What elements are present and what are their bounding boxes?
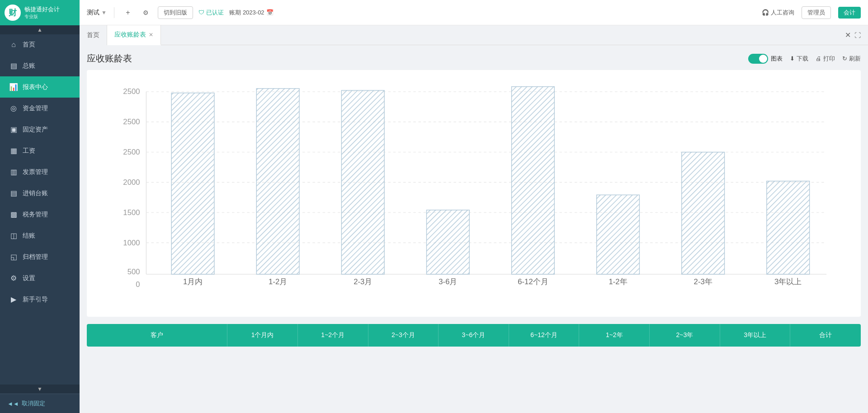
tabs-bar: 首页 应收账龄表 ✕ ✕ ⛶: [80, 25, 868, 45]
th-2-3month: 2~3个月: [368, 324, 439, 347]
cancel-fixed-btn[interactable]: ◄◄ 取消固定: [7, 399, 72, 408]
bar-6-12月: [512, 87, 555, 274]
sidebar-item-invoice[interactable]: ▥ 发票管理: [0, 161, 80, 183]
download-button[interactable]: ⬇ 下载: [790, 55, 808, 63]
sidebar-item-settle[interactable]: ◫ 结账: [0, 225, 80, 246]
sidebar-item-salary[interactable]: ▦ 工资: [0, 140, 80, 161]
cancel-fixed-label: 取消固定: [22, 399, 45, 408]
tab-aging[interactable]: 应收账龄表 ✕: [107, 25, 161, 45]
user-button[interactable]: 管理员: [802, 6, 831, 19]
sidebar-item-label-salary: 工资: [23, 147, 35, 155]
logo-icon: 财: [5, 5, 21, 21]
th-3-6month: 3~6个月: [439, 324, 509, 347]
company-name: 测试: [87, 9, 99, 17]
chart-toggle-container: 图表: [748, 54, 783, 64]
close-window-icon[interactable]: ✕: [845, 31, 851, 39]
svg-text:2000: 2000: [123, 178, 140, 187]
tab-home[interactable]: 首页: [80, 25, 107, 45]
sidebar-item-label-inventory: 进销台账: [23, 189, 48, 197]
period-label: 账期: [229, 9, 241, 17]
main-area: 测试 ▼ + ⚙ 切到旧版 🛡 已认证 账期 2023-02 📅 🎧 人工咨询 …: [80, 0, 868, 413]
app-name: 畅捷通好会计: [24, 6, 60, 14]
chart-toggle[interactable]: [748, 54, 768, 64]
topbar-right: 🎧 人工咨询 管理员 会计: [762, 6, 861, 19]
sidebar-item-label-archive: 归档管理: [23, 253, 48, 261]
sidebar-nav: ⌂ 首页 ▤ 总账 📊 报表中心 ◎ 资金管理 ▣ 固定资产 ▦ 工资 ▥ 发票…: [0, 34, 80, 385]
svg-text:1500: 1500: [123, 208, 140, 217]
th-3year-plus: 3年以上: [720, 324, 791, 347]
refresh-button[interactable]: ↻ 刷新: [842, 55, 861, 63]
reports-icon: 📊: [9, 83, 18, 91]
svg-text:1000: 1000: [123, 239, 140, 247]
scroll-up-btn[interactable]: ▲: [0, 25, 80, 34]
sidebar-item-tax[interactable]: ▩ 税务管理: [0, 204, 80, 225]
role-button[interactable]: 会计: [838, 7, 861, 19]
bar-2-3年: [682, 152, 725, 274]
sidebar-item-reports[interactable]: 📊 报表中心: [0, 76, 80, 98]
inventory-icon: ▤: [9, 189, 18, 197]
print-icon: 🖨: [816, 55, 821, 62]
chart-container: 2500 2500 2500 2000 1500 1000 500 0 1月内: [87, 70, 861, 317]
svg-text:3-6月: 3-6月: [439, 277, 457, 286]
sidebar-item-ledger[interactable]: ▤ 总账: [0, 55, 80, 76]
assets-icon: ▣: [9, 125, 18, 134]
sidebar-item-label-settle: 结账: [23, 232, 35, 240]
th-1-2month: 1~2个月: [298, 324, 368, 347]
shield-icon: 🛡: [198, 9, 204, 16]
svg-text:2500: 2500: [123, 148, 140, 156]
sidebar-item-inventory[interactable]: ▤ 进销台账: [0, 183, 80, 204]
service-button[interactable]: 🎧 人工咨询: [762, 9, 794, 17]
refresh-label: 刷新: [849, 55, 861, 63]
print-button[interactable]: 🖨 打印: [816, 55, 835, 63]
svg-text:500: 500: [127, 268, 140, 276]
th-customer: 客户: [87, 324, 227, 347]
sidebar-item-label-home: 首页: [23, 41, 35, 49]
switch-version-button[interactable]: 切到旧版: [158, 6, 193, 19]
th-1-2year: 1~2年: [579, 324, 650, 347]
download-label: 下载: [797, 55, 808, 63]
report-actions: 图表 ⬇ 下载 🖨 打印 ↻ 刷新: [748, 54, 861, 64]
headset-icon: 🎧: [762, 9, 769, 16]
company-selector[interactable]: 测试 ▼: [87, 9, 107, 17]
expand-icon[interactable]: ⛶: [854, 32, 861, 39]
sidebar-item-archive[interactable]: ◱ 归档管理: [0, 246, 80, 268]
tab-aging-label: 应收账龄表: [114, 31, 146, 39]
sidebar-bottom: ◄◄ 取消固定: [0, 394, 80, 413]
verified-badge: 🛡 已认证: [198, 9, 224, 17]
tabs-right: ✕ ⛶: [845, 31, 868, 39]
home-icon: ⌂: [9, 41, 18, 49]
cancel-fixed-icon: ◄◄: [7, 400, 19, 407]
settings-gear-button[interactable]: ⚙: [140, 6, 152, 19]
sidebar-item-assets[interactable]: ▣ 固定资产: [0, 119, 80, 140]
bar-3年以上: [767, 181, 810, 274]
sidebar-item-guide[interactable]: ▶ 新手引导: [0, 289, 80, 310]
service-label: 人工咨询: [771, 9, 794, 17]
print-label: 打印: [823, 55, 835, 63]
svg-text:1-2年: 1-2年: [609, 277, 627, 286]
svg-text:2-3月: 2-3月: [354, 277, 372, 286]
settle-icon: ◫: [9, 231, 18, 240]
bar-1-2月: [256, 89, 299, 274]
verified-text: 已认证: [206, 9, 224, 17]
sidebar-item-settings[interactable]: ⚙ 设置: [0, 268, 80, 289]
logo-text-block: 畅捷通好会计 专业版: [24, 6, 60, 19]
add-button[interactable]: +: [122, 6, 134, 19]
guide-icon: ▶: [9, 295, 18, 304]
sidebar-item-label-invoice: 发票管理: [23, 168, 48, 176]
scroll-down-btn[interactable]: ▼: [0, 385, 80, 394]
th-total: 合计: [790, 324, 861, 347]
calendar-icon[interactable]: 📅: [266, 9, 274, 16]
sidebar: 财 畅捷通好会计 专业版 ▲ ⌂ 首页 ▤ 总账 📊 报表中心 ◎ 资金管理 ▣…: [0, 0, 80, 413]
th-6-12month: 6~12个月: [509, 324, 580, 347]
bar-1月内: [171, 93, 214, 274]
download-icon: ⬇: [790, 55, 795, 62]
refresh-icon: ↻: [842, 55, 847, 62]
tab-close-icon[interactable]: ✕: [149, 32, 153, 38]
sidebar-item-label-assets: 固定资产: [23, 126, 48, 134]
salary-icon: ▦: [9, 146, 18, 155]
svg-text:0: 0: [136, 280, 140, 289]
svg-text:1-2月: 1-2月: [269, 277, 287, 286]
sidebar-item-funds[interactable]: ◎ 资金管理: [0, 98, 80, 119]
sidebar-item-home[interactable]: ⌂ 首页: [0, 34, 80, 55]
report-title: 应收账龄表: [87, 52, 132, 65]
